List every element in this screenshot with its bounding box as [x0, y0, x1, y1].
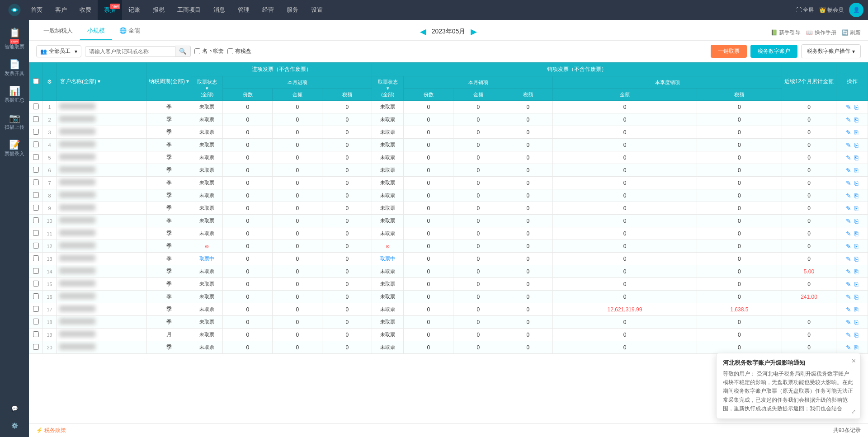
- edit-button[interactable]: ✎: [845, 205, 852, 212]
- copy-button[interactable]: ⎘: [854, 154, 859, 161]
- row-checkbox-cell[interactable]: [29, 177, 43, 189]
- row-checkbox-cell[interactable]: [29, 341, 43, 354]
- row-checkbox-cell[interactable]: [29, 101, 43, 113]
- sidebar-bottom-icon-0[interactable]: 💬: [2, 402, 27, 415]
- search-input[interactable]: [85, 46, 175, 57]
- edit-button[interactable]: ✎: [845, 154, 852, 161]
- nav-item-服务[interactable]: 服务: [280, 0, 305, 20]
- row-checkbox-cell[interactable]: [29, 303, 43, 316]
- next-month-button[interactable]: ▶: [469, 27, 479, 37]
- edit-button[interactable]: ✎: [845, 230, 852, 237]
- row-checkbox[interactable]: [33, 306, 39, 312]
- edit-button[interactable]: ✎: [845, 141, 852, 149]
- nav-item-工商项目[interactable]: 工商项目: [171, 0, 207, 20]
- sidebar-item-0[interactable]: 📋new智能取票: [2, 23, 27, 53]
- row-checkbox[interactable]: [33, 255, 39, 261]
- row-checkbox-cell[interactable]: [29, 240, 43, 253]
- nav-item-首页[interactable]: 首页: [24, 0, 49, 20]
- row-checkbox-cell[interactable]: [29, 139, 43, 151]
- edit-button[interactable]: ✎: [845, 217, 852, 225]
- settings-header[interactable]: ⚙: [43, 63, 57, 101]
- sidebar-item-2[interactable]: 📊票据汇总: [2, 82, 27, 107]
- sidebar-bottom-icon-1[interactable]: ⚙️: [2, 419, 27, 432]
- copy-button[interactable]: ⎘: [854, 217, 859, 225]
- sub-tab-全能[interactable]: 🌐 全能: [112, 22, 147, 40]
- tax-policy-link[interactable]: ⚡ 税务政策: [36, 427, 66, 434]
- copy-button[interactable]: ⎘: [854, 306, 859, 313]
- copy-button[interactable]: ⎘: [854, 230, 859, 237]
- edit-button[interactable]: ✎: [845, 179, 852, 187]
- copy-button[interactable]: ⎘: [854, 116, 859, 123]
- subledger-checkbox-label[interactable]: 名下帐套: [194, 47, 224, 55]
- popup-expand-icon[interactable]: ⤢: [851, 409, 856, 415]
- nav-item-报税[interactable]: 报税: [146, 0, 171, 20]
- sidebar-item-4[interactable]: 📝票据录入: [2, 136, 27, 160]
- right-link-刷新[interactable]: 🔄 刷新: [842, 29, 861, 37]
- popup-close-button[interactable]: ×: [852, 357, 856, 365]
- copy-button[interactable]: ⎘: [854, 103, 859, 111]
- taxdisk-checkbox-label[interactable]: 有税盘: [227, 47, 251, 55]
- sub-tab-小规模[interactable]: 小规模: [80, 22, 112, 40]
- nav-item-经营[interactable]: 经营: [256, 0, 280, 20]
- row-checkbox[interactable]: [33, 319, 39, 324]
- row-checkbox[interactable]: [33, 116, 39, 122]
- nav-item-票据[interactable]: 票据new: [98, 0, 122, 20]
- sub-tab-一般纳税人[interactable]: 一般纳税人: [36, 22, 80, 40]
- row-checkbox-cell[interactable]: [29, 316, 43, 329]
- edit-button[interactable]: ✎: [845, 129, 852, 136]
- nav-item-设置[interactable]: 设置: [305, 0, 329, 20]
- row-checkbox-cell[interactable]: [29, 126, 43, 139]
- row-checkbox[interactable]: [33, 129, 39, 135]
- row-checkbox[interactable]: [33, 230, 39, 236]
- prev-month-button[interactable]: ◀: [418, 27, 428, 37]
- row-checkbox[interactable]: [33, 205, 39, 211]
- copy-button[interactable]: ⎘: [854, 344, 859, 351]
- edit-button[interactable]: ✎: [845, 344, 852, 351]
- copy-button[interactable]: ⎘: [854, 281, 859, 288]
- copy-button[interactable]: ⎘: [854, 141, 859, 149]
- edit-button[interactable]: ✎: [845, 192, 852, 199]
- row-checkbox[interactable]: [33, 243, 39, 249]
- nav-item-客户[interactable]: 客户: [49, 0, 73, 20]
- row-checkbox-cell[interactable]: [29, 278, 43, 291]
- nav-item-记账[interactable]: 记账: [122, 0, 146, 20]
- member-button[interactable]: 👑 畅会员: [819, 6, 844, 14]
- row-checkbox[interactable]: [33, 331, 39, 337]
- row-checkbox[interactable]: [33, 179, 39, 185]
- edit-button[interactable]: ✎: [845, 103, 852, 111]
- nav-item-收费[interactable]: 收费: [73, 0, 98, 20]
- row-checkbox[interactable]: [33, 192, 39, 198]
- nav-item-管理[interactable]: 管理: [231, 0, 256, 20]
- row-checkbox-cell[interactable]: [29, 215, 43, 227]
- row-checkbox[interactable]: [33, 217, 39, 223]
- edit-button[interactable]: ✎: [845, 293, 852, 301]
- copy-button[interactable]: ⎘: [854, 243, 859, 250]
- edit-button[interactable]: ✎: [845, 116, 852, 123]
- logo[interactable]: [5, 0, 24, 20]
- user-avatar[interactable]: 👤: [849, 3, 863, 17]
- tax-digital-account-button[interactable]: 税务数字账户: [750, 45, 797, 58]
- copy-button[interactable]: ⎘: [854, 192, 859, 199]
- edit-button[interactable]: ✎: [845, 243, 852, 250]
- tax-digital-account-op-button[interactable]: 税务数字账户操作 ▾: [801, 44, 861, 58]
- row-checkbox[interactable]: [33, 154, 39, 160]
- select-all-checkbox[interactable]: [33, 78, 39, 84]
- edit-button[interactable]: ✎: [845, 255, 852, 263]
- copy-button[interactable]: ⎘: [854, 167, 859, 174]
- row-checkbox-cell[interactable]: [29, 291, 43, 303]
- taxdisk-checkbox[interactable]: [227, 48, 233, 54]
- sidebar-item-3[interactable]: 📷扫描上传: [2, 109, 27, 134]
- copy-button[interactable]: ⎘: [854, 255, 859, 263]
- search-button[interactable]: 🔍: [175, 46, 191, 57]
- fullscreen-button[interactable]: ⛶ 全屏: [796, 6, 814, 14]
- copy-button[interactable]: ⎘: [854, 129, 859, 136]
- row-checkbox[interactable]: [33, 268, 39, 274]
- right-link-操作手册[interactable]: 📖 操作手册: [806, 29, 836, 37]
- row-checkbox[interactable]: [33, 281, 39, 287]
- copy-button[interactable]: ⎘: [854, 319, 859, 326]
- out-status-header[interactable]: 取票状态▾(全部): [372, 76, 404, 101]
- right-link-新手引导[interactable]: 📗 新手引导: [771, 29, 801, 37]
- edit-button[interactable]: ✎: [845, 167, 852, 174]
- row-checkbox[interactable]: [33, 103, 39, 109]
- row-checkbox-cell[interactable]: [29, 265, 43, 278]
